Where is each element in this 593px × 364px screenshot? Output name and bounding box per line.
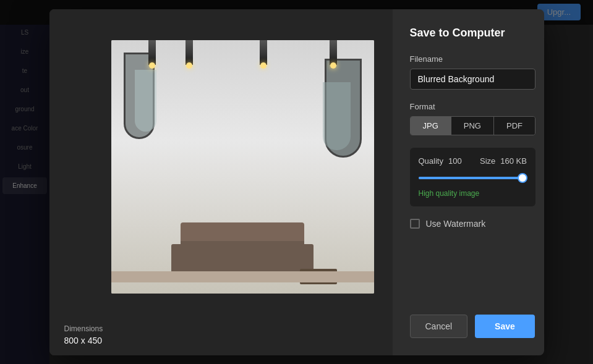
dialog-settings-panel: Save to Computer Filename Format JPG PNG… — [393, 9, 544, 355]
format-section: Format JPG PNG PDF — [410, 102, 535, 135]
format-label: Format — [410, 102, 535, 111]
slider-fill — [419, 177, 527, 179]
quality-label: Quality — [419, 156, 443, 166]
ceiling-light-2 — [186, 40, 193, 65]
modal-overlay: Dimensions 800 x 450 Save to Computer Fi… — [0, 0, 593, 364]
size-label: Size — [480, 156, 495, 166]
format-jpg-button[interactable]: JPG — [411, 117, 451, 135]
quality-section: Quality 100 Size 160 KB High quality ima… — [410, 148, 535, 206]
ceiling-light-4 — [330, 40, 337, 65]
slider-thumb — [518, 173, 527, 183]
watermark-label: Use Watermark — [426, 219, 486, 229]
filename-input[interactable] — [410, 69, 535, 90]
filename-label: Filename — [410, 54, 535, 64]
save-button[interactable]: Save — [475, 315, 535, 338]
dialog-title: Save to Computer — [410, 27, 535, 40]
format-png-button[interactable]: PNG — [451, 117, 494, 135]
format-pdf-button[interactable]: PDF — [494, 117, 535, 135]
room-scene — [111, 40, 374, 294]
quality-slider-container[interactable] — [419, 172, 527, 184]
watermark-row: Use Watermark — [410, 219, 535, 229]
dialog-preview-panel: Dimensions 800 x 450 — [49, 9, 393, 355]
dimensions-label: Dimensions — [64, 324, 103, 333]
quality-info: High quality image — [419, 189, 527, 198]
dimensions-info: Dimensions 800 x 450 — [64, 324, 103, 345]
window-right — [325, 59, 362, 158]
buttons-row: Cancel Save — [410, 315, 535, 338]
size-value: 160 KB — [500, 156, 527, 166]
quality-header: Quality 100 Size 160 KB — [419, 156, 527, 166]
save-dialog: Dimensions 800 x 450 Save to Computer Fi… — [49, 9, 544, 355]
preview-image — [111, 40, 374, 294]
preview-image-container — [111, 40, 374, 294]
floor — [111, 271, 374, 282]
filename-section: Filename — [410, 54, 535, 90]
format-buttons: JPG PNG PDF — [410, 116, 535, 135]
watermark-checkbox[interactable] — [410, 219, 420, 229]
ceiling-light-3 — [260, 40, 267, 65]
ceiling-light-1 — [148, 40, 156, 65]
cancel-button[interactable]: Cancel — [410, 315, 468, 338]
quality-value: 100 — [448, 156, 462, 166]
slider-track — [419, 177, 527, 179]
dimensions-value: 800 x 450 — [64, 336, 103, 345]
